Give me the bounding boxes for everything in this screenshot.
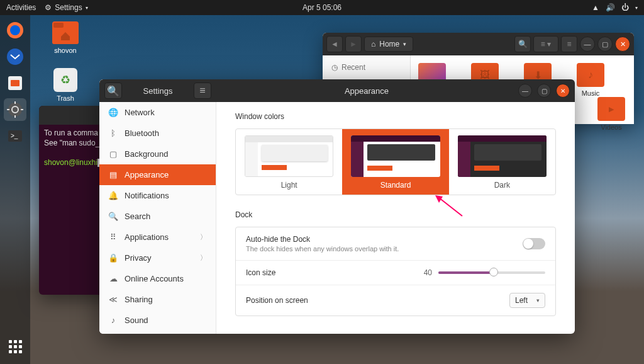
dock-thunderbird[interactable] xyxy=(4,45,26,68)
folder-icon xyxy=(52,21,79,44)
dock-settings[interactable] xyxy=(4,98,26,121)
nav-label: Online Accounts xyxy=(125,274,184,283)
svg-rect-14 xyxy=(53,23,64,28)
nav-notifications[interactable]: 🔔Notifications xyxy=(99,185,216,206)
search-icon: 🔍 xyxy=(108,212,118,221)
forward-button[interactable]: ► xyxy=(345,36,362,52)
network-status-icon[interactable]: ▲ xyxy=(592,3,599,12)
maximize-button[interactable]: ▢ xyxy=(597,37,613,52)
chevron-down-icon: ▾ xyxy=(403,41,406,47)
nav-online-accounts[interactable]: ☁Online Accounts xyxy=(99,268,216,289)
theme-label: Light xyxy=(245,181,333,190)
activities-button[interactable]: Activities xyxy=(6,3,36,12)
display-icon: ▢ xyxy=(108,149,118,159)
svg-point-5 xyxy=(8,103,22,117)
theme-light[interactable]: Light xyxy=(236,129,342,195)
path-bar[interactable]: ⌂ Home ▾ xyxy=(364,37,413,52)
nav-background[interactable]: ▢Background xyxy=(99,144,216,164)
nav-label: Privacy xyxy=(125,253,152,263)
svg-marker-16 xyxy=(435,195,443,203)
nav-label: Background xyxy=(125,149,168,159)
chevron-down-icon[interactable]: ▾ xyxy=(635,5,638,11)
panel-title: Appearance xyxy=(221,86,512,96)
autohide-switch[interactable] xyxy=(523,238,545,249)
nav-sound[interactable]: ♪Sound xyxy=(99,310,216,331)
dock-terminal[interactable]: >_ xyxy=(4,125,26,147)
svg-text:>_: >_ xyxy=(11,132,18,139)
chevron-down-icon: ▾ xyxy=(536,297,540,304)
volume-icon[interactable]: 🔊 xyxy=(606,3,615,12)
icon-size-row: Icon size 40 xyxy=(236,261,555,285)
dock-firefox[interactable] xyxy=(4,19,26,42)
file-item-videos[interactable]: ▶ Videos xyxy=(591,97,631,131)
lock-icon: 🔒 xyxy=(108,253,118,263)
files-titlebar[interactable]: ◄ ► ⌂ Home ▾ 🔍 ≡ ▾ ≡ — ▢ ✕ xyxy=(323,33,634,55)
nav-network[interactable]: 🌐Network xyxy=(99,102,216,123)
show-applications[interactable] xyxy=(4,335,26,358)
nav-label: Appearance xyxy=(125,170,169,179)
close-button[interactable]: ✕ xyxy=(615,37,630,52)
sidebar-title: Settings xyxy=(122,86,194,96)
theme-dark[interactable]: Dark xyxy=(449,129,555,195)
hamburger-menu[interactable]: ≡ xyxy=(194,82,211,99)
search-button[interactable]: 🔍 xyxy=(104,82,122,99)
theme-standard[interactable]: Standard xyxy=(342,129,448,195)
window-colors-label: Window colors xyxy=(235,112,556,121)
nav-label: Search xyxy=(125,212,150,221)
nav-label: Sharing xyxy=(125,295,153,304)
svg-line-15 xyxy=(439,198,462,216)
files-sidebar: ◷Recent xyxy=(323,55,411,79)
power-icon[interactable]: ⏻ xyxy=(621,3,629,12)
nav-label: Bluetooth xyxy=(125,128,159,138)
chevron-right-icon: 〉 xyxy=(200,253,207,263)
close-button[interactable]: ✕ xyxy=(556,84,570,98)
nav-label: Applications xyxy=(125,232,169,242)
pref-label: Position on screen xyxy=(246,296,308,305)
bluetooth-icon: ᛒ xyxy=(108,128,118,138)
settings-icon: ⚙ xyxy=(45,3,52,12)
view-list-button[interactable]: ≡ ▾ xyxy=(533,36,558,52)
nav-applications[interactable]: ⠿Applications〉 xyxy=(99,227,216,247)
annotation-arrow xyxy=(434,194,465,219)
recent-item[interactable]: ◷Recent xyxy=(329,60,404,74)
settings-titlebar[interactable]: 🔍 Settings ≡ Appearance — ▢ ✕ xyxy=(99,79,575,102)
icon-size-slider[interactable] xyxy=(438,271,545,274)
dock-files[interactable] xyxy=(4,72,26,94)
minimize-button[interactable]: — xyxy=(518,84,532,98)
nav-label: Notifications xyxy=(125,191,169,200)
theme-label: Standard xyxy=(351,181,440,190)
maximize-button[interactable]: ▢ xyxy=(537,84,551,98)
settings-window: 🔍 Settings ≡ Appearance — ▢ ✕ 🌐Network ᛒ… xyxy=(99,79,575,334)
pref-label: Auto-hide the Dock xyxy=(246,235,399,244)
desktop-trash[interactable]: ♻ Trash xyxy=(45,68,86,102)
clock-icon: ◷ xyxy=(331,63,338,72)
grid-icon: ⠿ xyxy=(108,232,118,242)
file-label: Music xyxy=(582,89,600,97)
hamburger-menu[interactable]: ≡ xyxy=(561,36,577,52)
nav-appearance[interactable]: ▤Appearance xyxy=(99,164,216,185)
file-item-music[interactable]: ♪Music xyxy=(577,63,604,97)
home-icon: ⌂ xyxy=(371,40,375,48)
clock[interactable]: Apr 5 05:06 xyxy=(303,3,341,12)
path-label: Home xyxy=(379,40,399,48)
minimize-button[interactable]: — xyxy=(580,37,595,52)
app-menu-label: Settings xyxy=(55,3,82,12)
trash-icon: ♻ xyxy=(53,68,77,92)
search-button[interactable]: 🔍 xyxy=(514,36,531,52)
nav-label: Network xyxy=(125,108,155,117)
desktop-icon-label: Trash xyxy=(57,94,74,102)
nav-privacy[interactable]: 🔒Privacy〉 xyxy=(99,247,216,268)
position-combo[interactable]: Left ▾ xyxy=(509,293,545,308)
nav-sharing[interactable]: ≪Sharing xyxy=(99,289,216,310)
dock-preferences: Auto-hide the Dock The dock hides when a… xyxy=(235,227,556,316)
settings-sidebar: 🌐Network ᛒBluetooth ▢Background ▤Appeara… xyxy=(99,79,216,334)
combo-value: Left xyxy=(515,296,528,305)
app-menu[interactable]: ⚙ Settings ▾ xyxy=(45,3,87,12)
back-button[interactable]: ◄ xyxy=(326,36,343,52)
desktop-home-folder[interactable]: shovon xyxy=(45,21,86,54)
nav-search[interactable]: 🔍Search xyxy=(99,206,216,227)
theme-preview xyxy=(351,135,440,177)
settings-content: Window colors Light Standard Dark Dock A… xyxy=(216,79,575,334)
dock: >_ xyxy=(0,15,30,364)
nav-bluetooth[interactable]: ᛒBluetooth xyxy=(99,123,216,144)
